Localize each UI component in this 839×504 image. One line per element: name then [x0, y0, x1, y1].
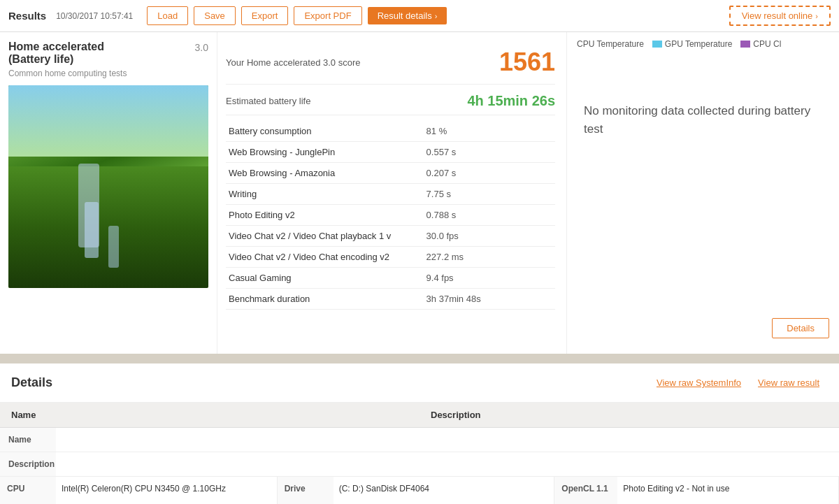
details-name-row: Name: [0, 428, 839, 452]
details-button[interactable]: Details: [772, 318, 829, 338]
metric-label: Benchmark duration: [226, 289, 424, 310]
description-value: [56, 452, 839, 466]
view-result-online-button[interactable]: View result online ›: [729, 6, 831, 26]
metrics-row: Casual Gaming9.4 fps: [226, 268, 555, 289]
cpu-temp-label: CPU Temperature: [577, 39, 644, 49]
metric-label: Web Browsing - JunglePin: [226, 142, 424, 163]
export-button[interactable]: Export: [241, 6, 289, 25]
benchmark-description: Common home computing tests: [8, 69, 208, 78]
benchmark-version: 3.0: [195, 42, 208, 53]
metrics-row: Video Chat v2 / Video Chat encoding v222…: [226, 247, 555, 268]
opencl1-label: OpenCL 1.1: [554, 477, 617, 501]
result-details-button[interactable]: Result details ›: [368, 7, 447, 24]
metric-value: 0.788 s: [424, 205, 555, 226]
waterfall-decoration: [85, 202, 99, 258]
opencl2-value: Video Chat v2 - Not in use: [617, 501, 839, 504]
cpu-value: Intel(R) Celeron(R) CPU N3450 @ 1.10GHz: [56, 477, 278, 501]
battery-label: Estimated battery life: [226, 96, 467, 106]
metric-value: 7.75 s: [424, 184, 555, 205]
benchmark-image: [8, 85, 208, 288]
gpu-temp-legend: GPU Temperature: [652, 39, 733, 49]
right-section: CPU Temperature GPU Temperature CPU Cl N…: [566, 32, 839, 354]
metrics-table: Battery consumption81 %Web Browsing - Ju…: [226, 121, 555, 310]
drive-label: Drive: [278, 477, 334, 501]
metrics-row: Benchmark duration3h 37min 48s: [226, 289, 555, 310]
cpu-cl-color-box: [740, 41, 750, 48]
metric-label: Casual Gaming: [226, 268, 424, 289]
cpu-label: CPU: [0, 477, 56, 501]
metric-value: 0.207 s: [424, 163, 555, 184]
chevron-right-icon: ›: [435, 12, 438, 20]
metrics-row: Video Chat v2 / Video Chat playback 1 v3…: [226, 226, 555, 247]
name-value: [56, 428, 839, 442]
metric-value: 30.0 fps: [424, 226, 555, 247]
battery-row: Estimated battery life 4h 15min 26s: [226, 87, 555, 115]
monitoring-header: CPU Temperature GPU Temperature CPU Cl: [577, 39, 829, 49]
metrics-row: Photo Editing v20.788 s: [226, 205, 555, 226]
export-pdf-button[interactable]: Export PDF: [294, 6, 361, 25]
gpu-value: Intel(R) HD Graphics (21.20.16.4590): [56, 501, 278, 504]
metric-label: Web Browsing - Amazonia: [226, 163, 424, 184]
details-panel: Details View raw SystemInfo View raw res…: [0, 363, 839, 504]
description-label: Description: [0, 452, 56, 476]
main-panel: Home accelerated (Battery life) 3.0 Comm…: [0, 32, 839, 354]
view-raw-sysinfo-button[interactable]: View raw SystemInfo: [648, 373, 750, 392]
score-row: Your Home accelerated 3.0 score 1561: [226, 41, 555, 85]
drive-value: (C: D:) SanDisk DF4064: [334, 477, 555, 501]
metric-value: 81 %: [424, 121, 555, 142]
opencl2-label: OpenCL 1.1: [554, 501, 617, 504]
details-title: Details: [11, 375, 648, 390]
benchmark-header: Home accelerated (Battery life) 3.0: [8, 41, 208, 66]
metrics-row: Writing7.75 s: [226, 184, 555, 205]
col-name-header: Name: [0, 403, 420, 427]
toolbar-title: Results: [8, 10, 46, 22]
gpu-label: GPU: [0, 501, 56, 504]
metric-label: Writing: [226, 184, 424, 205]
details-description-row: Description: [0, 452, 839, 477]
col-description-header: Description: [420, 403, 839, 427]
metric-label: Battery consumption: [226, 121, 424, 142]
benchmark-title: Home accelerated (Battery life): [8, 41, 104, 66]
memory-value: 0MB: [334, 501, 555, 504]
cpu-cl-label: CPU Cl: [753, 39, 781, 49]
waterfall-decoration-2: [108, 226, 119, 268]
metric-value: 0.557 s: [424, 142, 555, 163]
opencl1-value: Photo Editing v2 - Not in use: [617, 477, 839, 501]
gpu-temp-label: GPU Temperature: [665, 39, 733, 49]
gpu-temp-color-box: [652, 41, 662, 48]
system-info-grid: CPU Intel(R) Celeron(R) CPU N3450 @ 1.10…: [0, 477, 839, 504]
metric-value: 9.4 fps: [424, 268, 555, 289]
save-button[interactable]: Save: [194, 6, 236, 25]
battery-value: 4h 15min 26s: [467, 93, 555, 109]
metrics-row: Web Browsing - JunglePin0.557 s: [226, 142, 555, 163]
score-label: Your Home accelerated 3.0 score: [226, 57, 499, 68]
details-btn-wrapper: Details: [577, 318, 829, 347]
metrics-row: Battery consumption81 %: [226, 121, 555, 142]
separator: [0, 354, 839, 363]
metric-label: Video Chat v2 / Video Chat encoding v2: [226, 247, 424, 268]
left-section: Home accelerated (Battery life) 3.0 Comm…: [0, 32, 217, 354]
details-subheader: Name Description: [0, 403, 839, 428]
chevron-right-icon-2: ›: [815, 12, 818, 20]
memory-label: Memory: [278, 501, 334, 504]
view-raw-result-button[interactable]: View raw result: [750, 373, 828, 392]
details-header: Details View raw SystemInfo View raw res…: [0, 363, 839, 403]
metrics-row: Web Browsing - Amazonia0.207 s: [226, 163, 555, 184]
score-value: 1561: [499, 48, 555, 77]
toolbar-datetime: 10/30/2017 10:57:41: [56, 11, 133, 21]
cpu-cl-legend: CPU Cl: [740, 39, 781, 49]
metric-label: Photo Editing v2: [226, 205, 424, 226]
metric-label: Video Chat v2 / Video Chat playback 1 v: [226, 226, 424, 247]
metric-value: 3h 37min 48s: [424, 289, 555, 310]
center-section: Your Home accelerated 3.0 score 1561 Est…: [217, 32, 566, 354]
name-label: Name: [0, 428, 56, 452]
metric-value: 227.2 ms: [424, 247, 555, 268]
toolbar: Results 10/30/2017 10:57:41 Load Save Ex…: [0, 0, 839, 32]
load-button[interactable]: Load: [147, 6, 188, 25]
no-monitoring-message: No monitoring data collected during batt…: [577, 102, 829, 138]
